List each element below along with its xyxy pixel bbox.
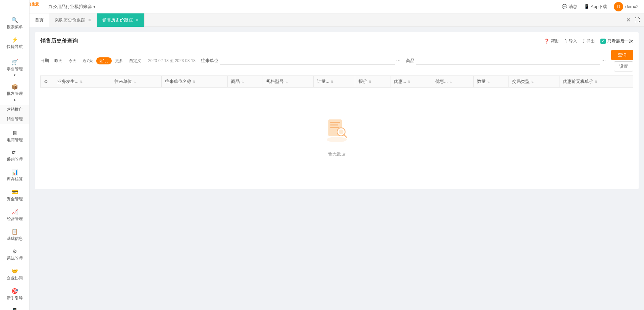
counterparty-filter-label: 往来单位	[201, 58, 218, 64]
col-quantity[interactable]: 数量⇅	[473, 76, 508, 88]
col-pretax-price[interactable]: 优惠前无税单价⇅	[559, 76, 633, 88]
mobile-icon: 📱	[584, 4, 589, 9]
date-tab-yesterday[interactable]: 昨天	[52, 57, 65, 64]
sidebar-item-label: 批发管理	[7, 91, 23, 97]
sort-icon: ⇅	[449, 80, 452, 84]
sort-icon: ⇅	[133, 80, 136, 84]
filter-row: 日期 昨天 今天 近7天 近1月 更多 自定义 2023-02-18 至 202…	[40, 50, 633, 71]
sidebar-item-basic[interactable]: 📋 基础信息	[0, 225, 29, 245]
sort-icon: ⇅	[531, 80, 534, 84]
quick-nav-icon: ⚡	[11, 37, 18, 43]
import-icon: ⤵	[565, 39, 567, 44]
sidebar-item-operations[interactable]: 📈 经营管理	[0, 205, 29, 225]
sidebar-sub-item-marketing[interactable]: 营销推广	[0, 105, 29, 114]
sidebar-item-label: 资金管理	[7, 196, 23, 202]
tab-close-all-icon[interactable]: ✕	[626, 17, 631, 23]
sidebar-item-retail[interactable]: 🛒 零售管理 ▾	[0, 56, 29, 80]
counterparty-filter-group: 往来单位 ···	[201, 57, 401, 65]
counterparty-input[interactable]	[220, 57, 395, 65]
sidebar-item-search[interactable]: 🔍 搜索菜单	[0, 13, 29, 33]
page-title-row: 销售历史价查询 ❓ 帮助 ⤵ 导入 ⤴ 导出 ✓ 只看最后一次	[40, 38, 633, 45]
page-title: 销售历史价查询	[40, 38, 78, 45]
help-btn[interactable]: ❓ 帮助	[544, 38, 559, 44]
settings-icon[interactable]: ⚙	[44, 79, 48, 84]
retail-icon: 🛒	[11, 59, 18, 65]
page-actions: ❓ 帮助 ⤵ 导入 ⤴ 导出 ✓ 只看最后一次	[544, 38, 633, 44]
app-download-btn[interactable]: 📱 App下载	[584, 4, 607, 10]
settings-button[interactable]: 设置	[614, 61, 633, 71]
sidebar-item-wholesale[interactable]: 📦 批发管理 ▴	[0, 80, 29, 105]
sidebar-item-label: 零售管理	[7, 66, 23, 72]
date-tab-7days[interactable]: 近7天	[80, 57, 96, 64]
only-last-checkbox[interactable]: ✓ 只看最后一次	[600, 38, 633, 44]
chevron-down-icon: ▾	[93, 4, 96, 9]
import-btn[interactable]: ⤵ 导入	[565, 38, 577, 44]
sort-icon: ⇅	[285, 80, 288, 84]
sidebar-item-label: 系统管理	[7, 256, 23, 261]
col-discount2[interactable]: 优惠...⇅	[432, 76, 473, 88]
counterparty-dots-btn[interactable]: ···	[396, 58, 400, 64]
date-tab-1month[interactable]: 近1月	[96, 57, 112, 64]
date-tab-more[interactable]: 更多	[112, 57, 126, 64]
date-tab-today[interactable]: 今天	[66, 57, 79, 64]
sort-icon: ⇅	[241, 80, 244, 84]
svg-point-0	[327, 137, 347, 142]
col-trade-type[interactable]: 交易类型⇅	[508, 76, 559, 88]
goods-input[interactable]	[416, 57, 600, 65]
col-spec[interactable]: 规格型号⇅	[263, 76, 314, 88]
col-discount1[interactable]: 优惠...⇅	[390, 76, 432, 88]
col-settings: ⚙	[41, 76, 54, 88]
sidebar-item-ecommerce[interactable]: 🖥 电商管理	[0, 127, 29, 146]
date-tab-custom[interactable]: 自定义	[126, 57, 144, 64]
sidebar-item-quick-nav[interactable]: ⚡ 快捷导航	[0, 33, 29, 53]
sidebar-item-label: 基础信息	[7, 236, 23, 242]
col-biz-date[interactable]: 业务发生...⇅	[54, 76, 111, 88]
tab-bar-right: ✕ ⛶	[626, 17, 644, 23]
sidebar-item-inventory[interactable]: 📊 库存核算	[0, 166, 29, 186]
sort-icon: ⇅	[331, 80, 333, 84]
user-area[interactable]: D demo2	[614, 2, 639, 11]
tab-close-purchase[interactable]: ✕	[88, 18, 91, 22]
export-btn[interactable]: ⤴ 导出	[583, 38, 595, 44]
expand-icon: ▾	[14, 73, 15, 77]
col-counterparty-name[interactable]: 往来单位名称⇅	[162, 76, 228, 88]
system-icon: ⚙	[12, 248, 17, 255]
sidebar-item-newbie[interactable]: 🎯 新手引导	[0, 285, 29, 304]
date-range-text: 2023-02-18 至 2023-03-18	[148, 58, 195, 64]
svg-rect-4	[330, 127, 339, 128]
sidebar-sub-item-sales[interactable]: 销售管理	[0, 114, 29, 124]
goods-dots-btn[interactable]: ···	[601, 58, 606, 64]
sidebar-item-enterprise[interactable]: 🤝 企业协同	[0, 265, 29, 285]
tab-fullscreen-icon[interactable]: ⛶	[635, 17, 640, 23]
sidebar-item-label: 新手引导	[7, 295, 23, 301]
goods-filter-group: 商品 ···	[406, 57, 606, 65]
tab-close-sales[interactable]: ✕	[136, 18, 139, 22]
basic-icon: 📋	[11, 228, 18, 235]
svg-rect-3	[330, 124, 338, 125]
sidebar-item-system[interactable]: ⚙ 系统管理	[0, 245, 29, 265]
col-goods[interactable]: 商品⇅	[228, 76, 263, 88]
export-icon: ⤴	[583, 39, 585, 44]
finance-icon: 💳	[11, 189, 18, 195]
col-unit[interactable]: 计量...⇅	[314, 76, 355, 88]
col-price[interactable]: 报价⇅	[355, 76, 390, 88]
col-counterparty-code[interactable]: 往来单位⇅	[111, 76, 162, 88]
sidebar-item-app-center[interactable]: 📱 应用中心	[0, 304, 29, 310]
date-filter-label: 日期	[40, 58, 49, 64]
sidebar-item-label: 电商管理	[7, 137, 23, 143]
main-content: 销售历史价查询 ❓ 帮助 ⤵ 导入 ⤴ 导出 ✓ 只看最后一次	[30, 27, 644, 310]
message-icon: 💬	[562, 4, 567, 9]
empty-illustration	[322, 114, 352, 146]
tab-purchase-history[interactable]: 采购历史价跟踪 ✕	[49, 13, 97, 27]
sidebar-item-label: 经营管理	[7, 216, 23, 222]
table-header-row: ⚙ 业务发生...⇅ 往来单位⇅ 往来单位名称⇅ 商品⇅ 规	[41, 76, 633, 88]
query-button[interactable]: 查询	[611, 50, 633, 60]
sidebar-item-finance[interactable]: 💳 资金管理	[0, 186, 29, 205]
company-dropdown[interactable]: 办公用品行业模拟账套 ▾	[48, 4, 96, 10]
sidebar-item-purchase[interactable]: 🛍 采购管理	[0, 146, 29, 166]
tab-home[interactable]: 首页	[30, 13, 49, 27]
tab-sales-history[interactable]: 销售历史价跟踪 ✕	[97, 13, 145, 27]
avatar: D	[614, 2, 623, 11]
message-btn[interactable]: 💬 消息	[562, 4, 577, 10]
expand-icon: ▴	[14, 98, 15, 101]
